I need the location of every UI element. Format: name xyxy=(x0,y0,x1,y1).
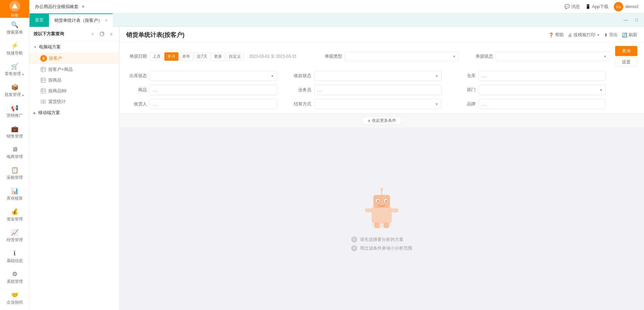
scheme-by-customer[interactable]: 客 按客户 xyxy=(30,53,119,64)
payment-status-select[interactable]: ▼ xyxy=(314,71,441,81)
empty-hint-1: ① 请先选择要分析的方案 xyxy=(351,237,412,243)
sidebar-item-finance[interactable]: 💰 资金管理 xyxy=(0,205,30,225)
department-label: 部门 xyxy=(455,87,478,93)
salesperson-dots: ... xyxy=(317,87,323,93)
pc-scheme-group-header[interactable]: ▼ 电脑端方案 xyxy=(30,41,119,53)
scheme-by-customer-product[interactable]: 按客户+商品 xyxy=(30,64,119,75)
receiver-label: 收货人 xyxy=(126,101,150,107)
svg-rect-4 xyxy=(41,67,46,72)
add-scheme-btn[interactable]: + xyxy=(89,30,96,38)
sidebar-item-operations[interactable]: 📈 经营管理 xyxy=(0,225,30,246)
svg-rect-32 xyxy=(384,223,389,228)
help-btn[interactable]: ❓ 帮助 xyxy=(548,32,564,38)
collapse-btn[interactable]: ∧ 收起更多条件 xyxy=(362,116,402,125)
message-btn[interactable]: 💬 消息 xyxy=(565,4,580,10)
settlement-select[interactable]: ▼ xyxy=(314,99,441,109)
sidebar-item-basic[interactable]: ℹ 基础信息 xyxy=(0,246,30,267)
date-last-month[interactable]: 上月 xyxy=(150,52,164,61)
left-panel-actions: + « xyxy=(89,30,115,38)
scheme-return-stats[interactable]: 退货统计 xyxy=(30,96,119,107)
scheme-by-product[interactable]: 按商品 xyxy=(30,75,119,86)
sidebar-item-label: 系统管理 xyxy=(7,279,23,285)
filter-area: 单据日期 上月 本月 本年 近7天 更多 自定义 2023-03-01 至 20… xyxy=(119,42,644,113)
wholesale-icon: 📦 xyxy=(11,84,18,91)
sidebar-item-label: 零售管理 xyxy=(5,71,21,77)
sidebar-item-wholesale[interactable]: 📦 批发管理 ▲ xyxy=(0,80,30,101)
refresh-btn[interactable]: 🔄 刷新 xyxy=(622,32,637,38)
hint-num-1: ① xyxy=(351,237,357,243)
doc-status-select[interactable]: ▼ xyxy=(496,51,610,61)
sidebar-item-newbie[interactable]: 🎓 新手引导 xyxy=(0,309,30,310)
refresh-icon xyxy=(99,31,105,37)
app-download-icon: 📱 xyxy=(585,4,591,9)
tab-minimize-btn[interactable]: — xyxy=(621,15,631,25)
salesperson-label: 业务员 xyxy=(290,87,314,93)
out-status-label: 出库状态 xyxy=(126,73,150,79)
scheme-item-label: 按商品99 xyxy=(48,88,66,94)
inventory-icon: 📊 xyxy=(11,187,18,195)
shortcuts-icon: ⚡ xyxy=(11,42,18,49)
hint-num-2: ② xyxy=(351,245,357,251)
tab-sales-label: 销货单统计表（按客户） xyxy=(54,17,102,23)
scheme-by-product-99[interactable]: 按商品99 xyxy=(30,86,119,96)
export-btn[interactable]: ⬆ 导出 xyxy=(604,32,618,38)
mobile-group-label: 移动端方案 xyxy=(38,110,60,116)
payment-status-arrow: ▼ xyxy=(435,74,438,78)
doc-type-select[interactable]: ▼ xyxy=(345,51,459,61)
hint-text-2: 用过滤条件来缩小分析范围 xyxy=(360,245,412,251)
sidebar-item-retail[interactable]: 🛒 零售管理 ▲ xyxy=(0,59,30,80)
edit-scheme-btn[interactable] xyxy=(98,30,106,38)
date-this-month[interactable]: 本月 xyxy=(164,52,178,61)
customer-icon: 客 xyxy=(40,55,47,62)
sidebar-item-marketing[interactable]: 📢 营销推广 xyxy=(0,101,30,122)
tab-maximize-btn[interactable]: □ xyxy=(632,15,641,25)
brand-select[interactable]: ... xyxy=(478,99,606,109)
sidebar-item-label: 电商管理 xyxy=(7,154,23,160)
page-actions: ❓ 帮助 🖨 按模板打印 ▼ ⬆ 导出 🔄 刷新 xyxy=(548,32,637,38)
department-arrow: ▼ xyxy=(599,88,603,92)
content-area: 按以下方案查询 + « ▼ 电脑端方案 客 按客户 xyxy=(30,27,644,310)
pc-group-arrow: ▼ xyxy=(34,45,37,49)
product-select[interactable]: ... xyxy=(150,85,277,95)
sidebar-item-label: 资金管理 xyxy=(7,216,23,222)
date-more[interactable]: 更多 xyxy=(211,52,225,61)
print-template-btn[interactable]: 🖨 按模板打印 ▼ xyxy=(568,32,600,38)
filter-row-2: 出库状态 ▼ 收款状态 ▼ 仓库 ... xyxy=(126,71,637,81)
sidebar-item-system[interactable]: ⚙ 系统管理 xyxy=(0,267,30,288)
sidebar-item-inventory[interactable]: 📊 库存核算 xyxy=(0,184,30,205)
hint-text-1: 请先选择要分析的方案 xyxy=(360,237,404,243)
date-last-7-days[interactable]: 近7天 xyxy=(194,52,210,61)
date-custom[interactable]: 自定义 xyxy=(226,52,244,61)
mobile-scheme-group-header[interactable]: ▶ 移动端方案 xyxy=(30,107,119,118)
sidebar-item-ecommerce[interactable]: 🖥 电商管理 xyxy=(0,143,30,163)
sidebar-item-procurement[interactable]: 📋 采购管理 xyxy=(0,163,30,184)
tab-sales-stats[interactable]: 销货单统计表（按客户） × xyxy=(49,13,113,27)
sidebar-item-shortcuts[interactable]: ⚡ 快捷导航 xyxy=(0,39,30,59)
warehouse-select[interactable]: ... xyxy=(478,71,606,81)
dropdown-arrow[interactable]: ▼ xyxy=(81,4,85,9)
user-menu-btn[interactable]: Ea demo2 xyxy=(614,2,639,11)
tab-home[interactable]: 首页 xyxy=(30,13,49,27)
logo-icon xyxy=(9,0,21,12)
collapse-left-btn[interactable]: « xyxy=(108,30,115,38)
sidebar-item-label: 销售管理 xyxy=(7,134,23,139)
settings-button[interactable]: 设置 xyxy=(615,57,637,67)
receiver-select[interactable]: ... xyxy=(150,99,277,109)
payment-status-label: 收款状态 xyxy=(290,73,314,79)
sidebar-item-enterprise[interactable]: 🤝 企业协同 xyxy=(0,288,30,309)
sidebar-item-search[interactable]: 🔍 搜索菜单 xyxy=(0,18,30,39)
return-stats-icon xyxy=(40,99,46,105)
top-header: 办公用品行业模拟账套 ▼ 💬 消息 📱 App下载 Ea demo2 xyxy=(30,0,644,13)
print-template-label: 按模板打印 xyxy=(574,32,595,38)
out-status-select[interactable]: ▼ xyxy=(150,71,277,81)
tab-bar: 首页 销货单统计表（按客户） × — □ xyxy=(30,13,644,27)
user-avatar: Ea xyxy=(614,2,623,11)
tab-close-btn[interactable]: × xyxy=(105,18,107,23)
app-download-btn[interactable]: 📱 App下载 xyxy=(585,4,608,10)
date-this-year[interactable]: 本年 xyxy=(179,52,193,61)
department-select[interactable]: ▼ xyxy=(478,85,606,95)
salesperson-select[interactable]: ... xyxy=(314,85,441,95)
query-button[interactable]: 查询 xyxy=(615,46,637,56)
sidebar-item-sales[interactable]: 💼 销售管理 xyxy=(0,122,30,143)
date-range-group: 上月 本月 本年 近7天 更多 自定义 xyxy=(150,52,244,61)
